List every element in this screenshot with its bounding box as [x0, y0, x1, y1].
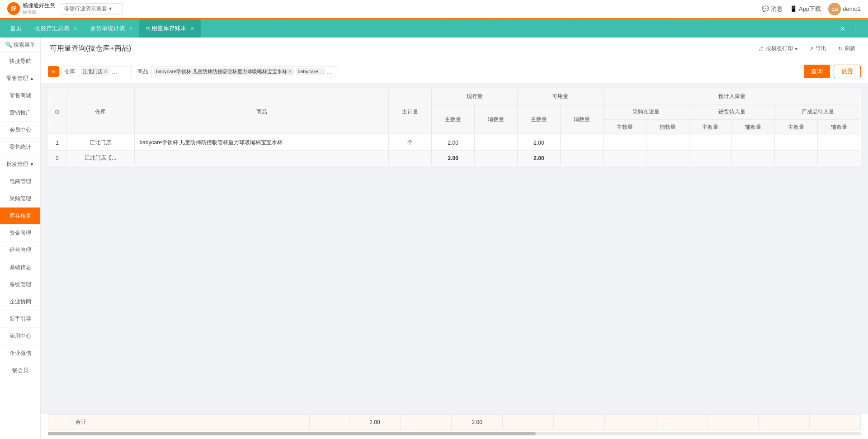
- footer-prod-main: [758, 415, 809, 430]
- query-button[interactable]: 查询: [804, 65, 830, 78]
- sidebar-item-nav[interactable]: 快捷导航: [0, 53, 40, 70]
- footer-totals: 合计 2.00 2.00: [41, 414, 868, 439]
- row1-stock-main: 2.00: [432, 135, 475, 151]
- industry-selector[interactable]: 母婴行业演示账套 ▾: [60, 3, 123, 14]
- guide-label: 新手引导: [9, 315, 31, 323]
- warehouse-tag-area[interactable]: 江北门店 ✕ …: [78, 66, 132, 77]
- footer-table: 合计 2.00 2.00: [48, 414, 861, 430]
- basic-label: 基础信息: [9, 264, 31, 271]
- row1-avail-main: 2.00: [518, 135, 561, 151]
- print-button[interactable]: 🖨 按模板打印 ▾: [755, 43, 801, 54]
- filter-actions: 查询 设置: [804, 65, 861, 78]
- footer-label: 合计: [71, 415, 139, 430]
- chevron-icon-2: ▼: [30, 162, 34, 167]
- footer-prod-aux: [809, 415, 860, 430]
- product-more-dots[interactable]: …: [327, 68, 333, 75]
- wholesale-label: 批发管理: [6, 160, 28, 168]
- tab-order-close[interactable]: ✕: [129, 26, 133, 32]
- sidebar-search-label[interactable]: 搜索菜单: [14, 42, 35, 48]
- tab-inventory-label: 可用量库存账本: [146, 24, 187, 33]
- logo-area: 好 畅捷通好生意 标准版: [7, 2, 55, 15]
- tab-inventory-close[interactable]: ✕: [190, 26, 194, 32]
- product-tag-2: babycare…: [296, 68, 325, 75]
- collab-label: 企业协同: [9, 298, 31, 306]
- refresh-icon: ↻: [838, 46, 843, 52]
- sidebar-item-collab[interactable]: 企业协同: [0, 293, 40, 311]
- product-tag-area[interactable]: babycare学饮杯 儿童防摔防撞吸管杯重力球吸嘴杯宝宝水杯 ✕ babyca…: [151, 66, 336, 77]
- tab-receipt[interactable]: 收发存汇总表 ✕: [28, 19, 84, 38]
- col-settings-header[interactable]: ⚙: [48, 89, 66, 135]
- col-expected-header: 预计入库量: [603, 89, 860, 104]
- row1-unit: 个: [389, 135, 432, 151]
- logo-icon: 好: [7, 2, 20, 15]
- col-inc-aux-header: 辅数量: [732, 120, 775, 135]
- top-bar-left: 好 畅捷通好生意 标准版 母婴行业演示账套 ▾: [7, 2, 123, 15]
- settings-button[interactable]: 设置: [834, 65, 861, 78]
- product-tag-1: babycare学饮杯 儿童防摔防撞吸管杯重力球吸嘴杯宝宝水杯 ✕: [154, 68, 294, 76]
- sidebar-item-retail[interactable]: 零售管理 ▲: [0, 70, 40, 87]
- message-button[interactable]: 💬 消息: [762, 5, 783, 13]
- main-layout: 🔍 搜索菜单 快捷导航 零售管理 ▲ 零售商城 营销推广 会员中心 零售统计 批…: [0, 38, 868, 439]
- col-stock-header: 现存量: [432, 89, 518, 104]
- col-prod-main-header: 主数量: [775, 120, 818, 135]
- sidebar-item-purchase[interactable]: 采购管理: [0, 190, 40, 208]
- warehouse-more-dots[interactable]: …: [111, 68, 118, 75]
- maximize-button[interactable]: ⛶: [852, 24, 864, 33]
- sidebar-item-basic[interactable]: 基础信息: [0, 259, 40, 276]
- sidebar-item-wecom[interactable]: 企业微信: [0, 345, 40, 362]
- row1-inc-main: [689, 135, 732, 151]
- footer-avail-main: 2.00: [452, 415, 503, 430]
- table-row: 1 江北门店 babycare学饮杯 儿童防摔防撞吸管杯重力球吸嘴杯宝宝水杯 个…: [48, 135, 861, 151]
- row2-warehouse: 江北门店【...: [66, 151, 135, 166]
- row2-prod-aux: [818, 151, 861, 166]
- sidebar-item-operations[interactable]: 经营管理: [0, 242, 40, 259]
- horizontal-scrollbar[interactable]: [48, 432, 861, 435]
- sidebar-item-appstore[interactable]: 应用中心: [0, 328, 40, 345]
- chevron-down-icon-2: ▾: [795, 46, 797, 52]
- close-tab-button[interactable]: ✕: [837, 24, 848, 33]
- tab-order[interactable]: 要货单统计表 ✕: [84, 19, 139, 38]
- sidebar-item-guide[interactable]: 新手引导: [0, 311, 40, 328]
- sidebar-item-system[interactable]: 系统管理: [0, 276, 40, 293]
- product-tag-1-close[interactable]: ✕: [288, 69, 292, 75]
- page-header: 可用量查询(按仓库+商品) 🖨 按模板打印 ▾ ↗ 导出 ↻ 刷新: [41, 38, 868, 60]
- sidebar-item-member[interactable]: 会员中心: [0, 122, 40, 139]
- col-unit-header: 主计量: [389, 89, 432, 135]
- sidebar-item-finance[interactable]: 资金管理: [0, 225, 40, 242]
- sidebar-item-retail-mall[interactable]: 零售商城: [0, 87, 40, 104]
- sidebar-item-marketing[interactable]: 营销推广: [0, 104, 40, 122]
- tab-inventory[interactable]: 可用量库存账本 ✕: [139, 19, 201, 38]
- sidebar-search[interactable]: 🔍 搜索菜单: [0, 38, 40, 53]
- sidebar-item-wholesale[interactable]: 批发管理 ▼: [0, 156, 40, 173]
- user-menu[interactable]: Ea demo2: [828, 3, 861, 15]
- row1-prod-aux: [818, 135, 861, 151]
- sidebar-item-vip[interactable]: 畅会员: [0, 362, 40, 379]
- sidebar-item-inventory[interactable]: 库存核算: [0, 208, 40, 225]
- inventory-label: 库存核算: [9, 212, 31, 220]
- footer-stock-main: 2.00: [349, 415, 401, 430]
- row1-avail-aux: [560, 135, 603, 151]
- warehouse-tag-close[interactable]: ✕: [104, 69, 108, 75]
- industry-label: 母婴行业演示账套: [64, 5, 107, 13]
- sidebar-item-ecommerce[interactable]: 电商管理: [0, 173, 40, 190]
- appstore-label: 应用中心: [9, 332, 31, 340]
- app-download-button[interactable]: 📱 App下载: [790, 5, 821, 13]
- filter-toggle-button[interactable]: »: [48, 66, 59, 77]
- col-settings-icon[interactable]: ⚙: [54, 109, 60, 116]
- retail-stats-label: 零售统计: [9, 143, 31, 151]
- tab-home[interactable]: 首页: [4, 19, 28, 38]
- col-product-header: 商品: [135, 89, 389, 135]
- col-purchase-header: 采购在途量: [603, 104, 689, 120]
- export-button[interactable]: ↗ 导出: [806, 43, 830, 54]
- row2-index: 2: [48, 151, 66, 166]
- product-tag-2-text: babycare…: [297, 69, 323, 74]
- print-label: 按模板打印: [766, 45, 793, 52]
- chevron-down-icon: ▾: [109, 5, 112, 12]
- row2-stock-aux: [475, 151, 518, 166]
- row1-warehouse: 江北门店: [66, 135, 135, 151]
- sidebar-item-retail-stats[interactable]: 零售统计: [0, 139, 40, 156]
- tab-receipt-close[interactable]: ✕: [73, 26, 77, 32]
- row2-stock-main: 2.00: [432, 151, 475, 166]
- refresh-button[interactable]: ↻ 刷新: [835, 43, 859, 54]
- col-inc-main-header: 主数量: [689, 120, 732, 135]
